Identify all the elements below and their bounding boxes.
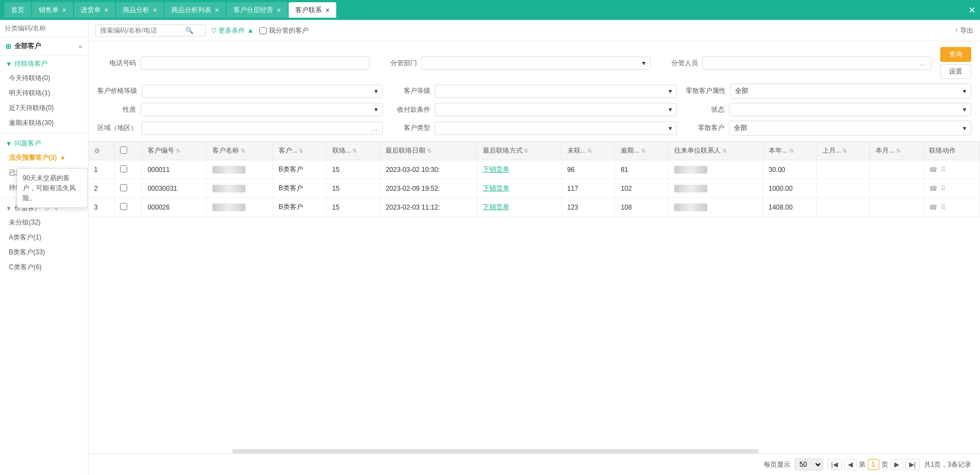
row-index: 3: [88, 198, 114, 217]
status-label: 状态: [686, 105, 724, 114]
search-input[interactable]: [100, 27, 183, 34]
th-last-date[interactable]: 最后联络日期: [380, 142, 477, 160]
th-name[interactable]: 客户名称: [207, 142, 273, 160]
tab-analysis[interactable]: 商品分析 ✕: [116, 2, 164, 18]
current-page-number: 1: [868, 459, 879, 470]
th-type[interactable]: 客户...: [273, 142, 326, 160]
sidebar-item-churn-warning[interactable]: 流失预警客户(3) ●: [0, 150, 88, 165]
window-close-button[interactable]: ✕: [968, 5, 976, 15]
action-contact-icon[interactable]: ☎: [929, 185, 937, 192]
sidebar-item-c-class[interactable]: C类客户(6): [0, 260, 88, 275]
table-row: 2 00030031 B类客户 15 2023-02-09 19:52: 下销货…: [88, 179, 980, 198]
tab-customer-tier-close[interactable]: ✕: [277, 7, 281, 13]
action-contact-icon[interactable]: ☎: [929, 166, 937, 174]
phone-input[interactable]: [140, 56, 369, 70]
status-field: 状态 ▾: [686, 103, 971, 116]
sidebar-item-ungrouped[interactable]: 未分组(32): [0, 215, 88, 230]
th-code[interactable]: 客户编号: [142, 142, 206, 160]
export-button[interactable]: ↑ 导出: [955, 26, 973, 35]
zero-attr-value: 全部: [735, 86, 748, 96]
region-dots[interactable]: …: [371, 124, 378, 132]
tab-customer-contact[interactable]: 客户联系 ✕: [289, 2, 336, 18]
gender-select[interactable]: ▾: [140, 103, 383, 116]
search-icon[interactable]: 🔍: [185, 27, 194, 34]
person-select[interactable]: …: [702, 56, 931, 70]
sidebar-item-a-class[interactable]: A类客户(1): [0, 230, 88, 245]
row-select-checkbox[interactable]: [120, 184, 127, 191]
row-contact-count: 15: [326, 160, 380, 179]
th-no-contact[interactable]: 未联...: [561, 142, 615, 160]
first-page-button[interactable]: |◀: [827, 459, 842, 470]
person-dots[interactable]: …: [920, 59, 926, 67]
tab-analysis-list-close[interactable]: ✕: [215, 7, 219, 13]
tab-home[interactable]: 首页: [4, 2, 31, 18]
settings-button[interactable]: 设置: [940, 64, 971, 79]
sidebar-item-overdue[interactable]: 逾期未联络(30): [0, 116, 88, 131]
zero-attr-select[interactable]: 全部 ▾: [730, 83, 971, 98]
tab-purchase-close[interactable]: ✕: [104, 7, 108, 13]
row-last-method[interactable]: 下销货单: [477, 198, 561, 217]
th-last-method[interactable]: 最后联络方式: [477, 142, 561, 160]
th-this-year[interactable]: 本年...: [763, 142, 816, 160]
action-more-icon[interactable]: ⠿: [941, 185, 946, 192]
th-gear[interactable]: ⚙: [88, 142, 114, 160]
action-contact-icon[interactable]: ☎: [929, 203, 937, 211]
query-button[interactable]: 查询: [940, 47, 971, 62]
sidebar-item-7days[interactable]: 近7天待联络(0): [0, 101, 88, 116]
tab-customer-tier[interactable]: 客户分层经营 ✕: [227, 2, 288, 18]
row-select-checkbox[interactable]: [120, 165, 127, 173]
tab-analysis-close[interactable]: ✕: [153, 7, 157, 13]
tab-sales[interactable]: 销售单 ✕: [32, 2, 73, 18]
section-problem-label: 问题客户: [14, 139, 41, 148]
region-select[interactable]: …: [142, 122, 383, 135]
more-conditions-button[interactable]: ▽ 更多条件 ▲: [211, 26, 254, 35]
select-all-checkbox[interactable]: [120, 147, 127, 154]
action-more-icon[interactable]: ⠿: [941, 166, 946, 174]
th-contact-count[interactable]: 联络...: [326, 142, 380, 160]
th-this-month[interactable]: 本月...: [870, 142, 924, 160]
per-page-select[interactable]: 50 100 200: [795, 458, 823, 471]
row-contact-count: 15: [326, 198, 380, 217]
sidebar-section-problem[interactable]: ▼ 问题客户: [0, 135, 88, 150]
customer-type-select[interactable]: ▾: [435, 122, 677, 135]
row-select-checkbox[interactable]: [120, 203, 127, 210]
data-table-container: ⚙ 客户编号 客户名称 客户... 联络... 最后联络日期 最后联络方式 未联…: [88, 142, 980, 447]
price-level-select[interactable]: ▾: [142, 85, 383, 98]
sidebar-section-pending[interactable]: ▼ 待联络客户: [0, 56, 88, 71]
sidebar-item-today[interactable]: 今天待联络(0): [0, 71, 88, 86]
sidebar-item-tomorrow[interactable]: 明天待联络(1): [0, 86, 88, 101]
sidebar-search-input[interactable]: [4, 24, 87, 32]
payment-select[interactable]: ▾: [435, 103, 677, 116]
status-select[interactable]: ▾: [729, 103, 971, 116]
row-contacts: [669, 198, 763, 217]
row-no-contact: 117: [561, 179, 615, 198]
sidebar-collapse-icon[interactable]: «: [79, 43, 82, 50]
customer-level-select[interactable]: ▾: [435, 85, 677, 98]
action-more-icon[interactable]: ⠿: [941, 203, 946, 211]
next-page-button[interactable]: ▶: [890, 459, 903, 470]
row-overdue: 108: [615, 198, 669, 217]
customer-type-field: 客户类型 ▾: [392, 122, 677, 135]
row-last-method[interactable]: 下销货单: [477, 179, 561, 198]
sidebar-all-customers[interactable]: ⊞ 全部客户 «: [0, 37, 88, 56]
tab-sales-close[interactable]: ✕: [62, 7, 66, 13]
chevron-down-icon-5: ▾: [374, 106, 378, 113]
row-this-year: 1408.00: [763, 198, 816, 217]
tab-purchase[interactable]: 进货单 ✕: [74, 2, 115, 18]
row-last-method[interactable]: 下销货单: [477, 160, 561, 179]
th-overdue[interactable]: 逾期...: [615, 142, 669, 160]
row-last-date: 2023-02-03 11:12:: [380, 198, 477, 217]
prev-page-button[interactable]: ◀: [844, 459, 857, 470]
th-contacts[interactable]: 往来单位联系人: [669, 142, 763, 160]
dept-select[interactable]: ▾: [421, 56, 650, 70]
last-page-button[interactable]: ▶|: [905, 459, 920, 470]
th-last-month[interactable]: 上月...: [816, 142, 870, 160]
tab-customer-contact-close[interactable]: ✕: [325, 7, 330, 13]
sidebar-item-b-class[interactable]: B类客户(33): [0, 245, 88, 260]
horizontal-scrollbar[interactable]: [232, 449, 759, 453]
zero-customer-select[interactable]: 全部 ▾: [729, 121, 971, 135]
my-customers-checkbox[interactable]: [259, 27, 267, 34]
my-customers-checkbox-area[interactable]: 我分管的客户: [259, 26, 309, 35]
tab-analysis-list[interactable]: 商品分析列表 ✕: [165, 2, 226, 18]
warning-icon: ●: [61, 154, 65, 161]
